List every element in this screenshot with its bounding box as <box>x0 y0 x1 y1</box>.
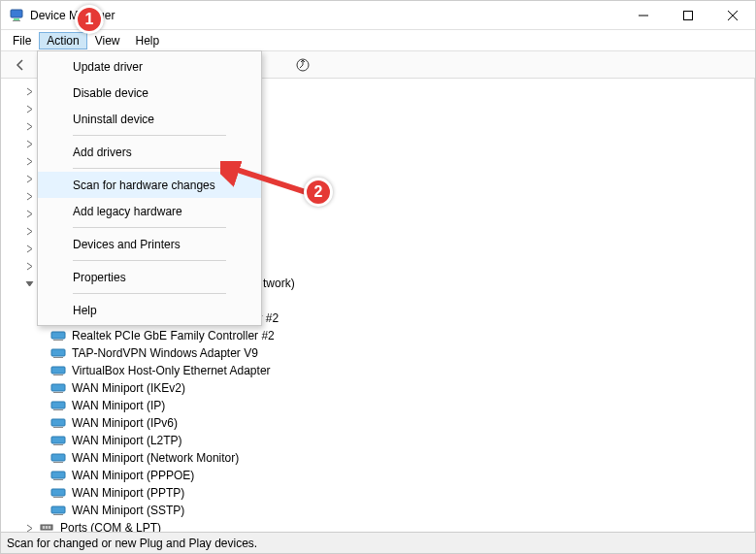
menu-file[interactable]: File <box>5 32 39 49</box>
maximize-button[interactable] <box>666 1 710 30</box>
tree-device-label: WAN Miniport (PPTP) <box>69 485 187 501</box>
tree-device-label: WAN Miniport (Network Monitor) <box>69 450 242 466</box>
chevron-right-icon[interactable] <box>22 224 36 238</box>
menu-help-item[interactable]: Help <box>38 297 261 323</box>
tree-device-row[interactable]: TAP-NordVPN Windows Adapter V9 <box>1 344 754 362</box>
svg-rect-16 <box>51 367 65 374</box>
scan-hardware-icon[interactable] <box>291 54 314 76</box>
action-dropdown: Update driver Disable device Uninstall d… <box>37 50 262 326</box>
tree-device-label: WAN Miniport (L2TP) <box>69 433 185 448</box>
tree-device-row[interactable]: WAN Miniport (IKEv2) <box>1 379 754 397</box>
tree-device-label: Realtek PCIe GbE Family Controller #2 <box>69 328 278 343</box>
menu-separator <box>73 168 226 169</box>
tree-device-row[interactable]: Realtek PCIe GbE Family Controller #2 <box>1 327 754 344</box>
callout-2: 2 <box>304 178 333 207</box>
close-button[interactable] <box>710 1 755 30</box>
tree-device-label: WAN Miniport (SSTP) <box>69 503 187 518</box>
menu-update-driver[interactable]: Update driver <box>38 53 261 80</box>
menu-help[interactable]: Help <box>128 32 168 49</box>
chevron-right-icon[interactable] <box>22 242 36 255</box>
svg-rect-36 <box>46 526 48 529</box>
menu-uninstall-device[interactable]: Uninstall device <box>38 106 261 132</box>
svg-rect-17 <box>53 375 63 375</box>
tree-device-row[interactable]: WAN Miniport (PPPOE) <box>1 467 754 484</box>
svg-rect-27 <box>53 462 63 463</box>
network-adapter-icon <box>50 485 66 501</box>
svg-rect-37 <box>49 526 50 529</box>
menu-add-legacy-hardware[interactable]: Add legacy hardware <box>38 198 261 224</box>
callout-1: 1 <box>75 5 104 34</box>
svg-rect-0 <box>11 10 22 17</box>
menu-view[interactable]: View <box>87 32 128 49</box>
tree-device-label: VirtualBox Host-Only Ethernet Adapter <box>69 363 274 378</box>
tree-device-row[interactable]: VirtualBox Host-Only Ethernet Adapter <box>1 362 754 379</box>
status-text: Scan for changed or new Plug and Play de… <box>7 537 257 550</box>
menu-scan-hardware-changes[interactable]: Scan for hardware changes <box>38 172 261 198</box>
svg-rect-24 <box>51 437 65 443</box>
tree-device-row[interactable]: WAN Miniport (IP) <box>1 397 754 414</box>
menu-devices-and-printers[interactable]: Devices and Printers <box>38 231 261 257</box>
chevron-down-icon[interactable] <box>22 277 36 290</box>
svg-rect-26 <box>51 454 65 461</box>
statusbar: Scan for changed or new Plug and Play de… <box>1 532 755 553</box>
network-adapter-icon <box>50 328 66 343</box>
chevron-right-icon[interactable] <box>22 154 36 168</box>
menu-separator <box>73 227 226 228</box>
svg-rect-21 <box>53 409 63 410</box>
menubar: File Action View Help Update driver Disa… <box>1 30 755 51</box>
tree-device-row[interactable]: WAN Miniport (PPTP) <box>1 484 754 502</box>
tree-device-label: WAN Miniport (IPv6) <box>69 415 181 431</box>
network-adapter-icon <box>50 503 66 518</box>
tree-device-label: WAN Miniport (IP) <box>69 398 168 413</box>
svg-rect-32 <box>51 506 65 513</box>
tree-device-label: TAP-NordVPN Windows Adapter V9 <box>69 345 261 361</box>
svg-rect-2 <box>13 20 20 21</box>
window-title: Device Manager <box>30 9 621 22</box>
svg-rect-29 <box>53 479 63 480</box>
svg-rect-35 <box>43 526 45 529</box>
ports-icon <box>39 520 54 532</box>
back-button[interactable] <box>9 54 32 76</box>
menu-separator <box>73 135 226 136</box>
chevron-right-icon[interactable] <box>22 119 36 133</box>
chevron-right-icon[interactable] <box>22 84 36 98</box>
minimize-button[interactable] <box>621 1 666 30</box>
chevron-right-icon[interactable] <box>22 521 36 532</box>
menu-separator <box>73 260 226 261</box>
tree-device-row[interactable]: WAN Miniport (Network Monitor) <box>1 449 754 467</box>
tree-device-label: WAN Miniport (IKEv2) <box>69 380 188 396</box>
menu-properties[interactable]: Properties <box>38 264 261 290</box>
menu-disable-device[interactable]: Disable device <box>38 80 261 106</box>
menu-separator <box>73 293 226 294</box>
network-adapter-icon <box>50 415 66 431</box>
chevron-right-icon[interactable] <box>22 102 36 115</box>
titlebar: Device Manager <box>1 1 755 30</box>
chevron-right-icon[interactable] <box>22 259 36 273</box>
svg-rect-23 <box>53 427 63 428</box>
network-adapter-icon <box>50 363 66 378</box>
network-adapter-icon <box>50 345 66 361</box>
chevron-right-icon[interactable] <box>22 207 36 220</box>
tree-category-ports[interactable]: Ports (COM & LPT) <box>1 519 754 532</box>
network-adapter-icon <box>50 468 66 483</box>
chevron-right-icon[interactable] <box>22 172 36 185</box>
tree-device-row[interactable]: WAN Miniport (L2TP) <box>1 432 754 449</box>
tree-category-label: Ports (COM & LPT) <box>57 520 164 532</box>
menu-action[interactable]: Action <box>39 32 86 49</box>
tree-device-row[interactable]: WAN Miniport (IPv6) <box>1 414 754 432</box>
app-icon <box>9 8 24 23</box>
svg-rect-4 <box>684 11 693 19</box>
tree-device-row[interactable]: WAN Miniport (SSTP) <box>1 502 754 519</box>
svg-rect-33 <box>53 514 63 515</box>
svg-rect-1 <box>14 18 19 20</box>
network-adapter-icon <box>50 450 66 466</box>
svg-rect-30 <box>51 489 65 496</box>
menu-add-drivers[interactable]: Add drivers <box>38 139 261 165</box>
svg-rect-18 <box>51 384 65 391</box>
svg-rect-13 <box>53 340 63 341</box>
svg-rect-28 <box>51 472 65 478</box>
chevron-right-icon[interactable] <box>22 137 36 150</box>
chevron-right-icon[interactable] <box>22 189 36 203</box>
svg-rect-15 <box>53 357 63 358</box>
svg-rect-22 <box>51 419 65 426</box>
